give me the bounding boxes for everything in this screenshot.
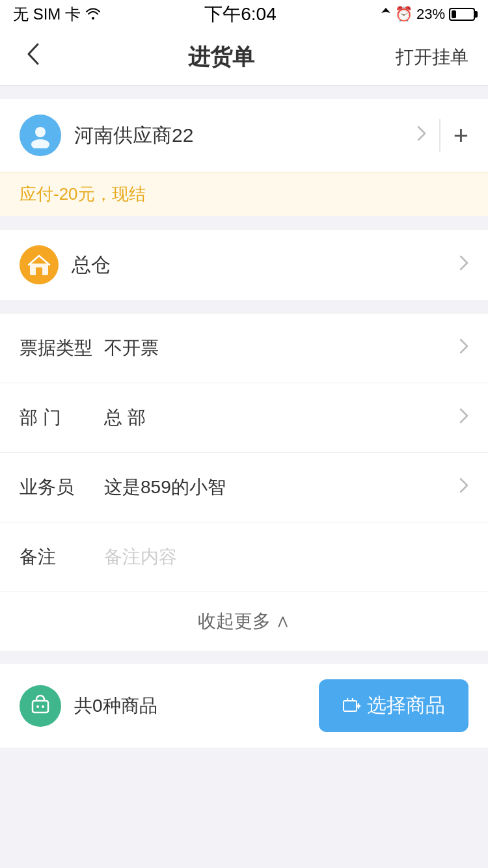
collapse-label: 收起更多 ∧ xyxy=(198,611,291,631)
notice-bar: 应付-20元，现结 xyxy=(0,172,488,216)
warehouse-row[interactable]: 总仓 xyxy=(0,229,488,300)
back-button[interactable] xyxy=(20,36,47,78)
salesperson-row[interactable]: 业务员 这是859的小智 xyxy=(0,452,488,522)
warehouse-chevron-icon xyxy=(459,254,468,275)
svg-point-1 xyxy=(31,139,49,148)
middle-divider-2 xyxy=(0,300,488,313)
invoice-type-chevron-icon xyxy=(459,338,468,359)
middle-divider-1 xyxy=(0,216,488,229)
svg-rect-7 xyxy=(344,701,357,711)
department-row[interactable]: 部 门 总 部 xyxy=(0,383,488,452)
gray-fill-area xyxy=(0,748,488,868)
invoice-type-row[interactable]: 票据类型 不开票 xyxy=(0,313,488,383)
svg-point-6 xyxy=(42,705,44,708)
department-label: 部 门 xyxy=(20,405,104,430)
status-bar: 无 SIM 卡 下午6:04 ⏰ 23% xyxy=(0,0,488,29)
status-carrier: 无 SIM 卡 xyxy=(13,4,100,25)
collapse-button[interactable]: 收起更多 ∧ xyxy=(0,591,488,651)
supplier-row[interactable]: 河南供应商22 + xyxy=(0,99,488,172)
svg-point-0 xyxy=(35,127,46,137)
supplier-divider xyxy=(439,119,441,152)
product-count: 共0种商品 xyxy=(74,694,306,718)
wifi-icon xyxy=(86,5,100,23)
nav-bar: 进货单 打开挂单 xyxy=(0,29,488,86)
cart-icon xyxy=(20,685,61,727)
remark-placeholder: 备注内容 xyxy=(104,545,468,569)
notice-text: 应付-20元，现结 xyxy=(20,184,146,204)
bottom-divider xyxy=(0,651,488,664)
page-title: 进货单 xyxy=(188,42,254,72)
department-value: 总 部 xyxy=(104,405,459,430)
svg-point-5 xyxy=(36,705,39,708)
select-product-label: 选择商品 xyxy=(367,692,445,719)
add-supplier-button[interactable]: + xyxy=(454,121,468,150)
battery-percent: 23% xyxy=(416,6,445,23)
svg-rect-4 xyxy=(33,701,48,712)
alarm-icon: ⏰ xyxy=(395,6,413,23)
status-time: 下午6:04 xyxy=(204,2,277,27)
carrier-text: 无 SIM 卡 xyxy=(13,4,81,25)
salesperson-chevron-icon xyxy=(459,477,468,498)
bottom-bar: 共0种商品 选择商品 xyxy=(0,664,488,748)
select-product-button[interactable]: 选择商品 xyxy=(319,679,468,732)
invoice-type-value: 不开票 xyxy=(104,336,459,360)
supplier-chevron-icon xyxy=(417,125,426,146)
open-pending-button[interactable]: 打开挂单 xyxy=(396,45,468,70)
warehouse-section: 总仓 xyxy=(0,229,488,300)
top-divider xyxy=(0,86,488,99)
form-section: 票据类型 不开票 部 门 总 部 业务员 这是859的小智 备注 备注内容 收起… xyxy=(0,313,488,651)
department-chevron-icon xyxy=(459,407,468,428)
salesperson-label: 业务员 xyxy=(20,475,104,500)
supplier-name: 河南供应商22 xyxy=(74,122,417,149)
remark-row[interactable]: 备注 备注内容 xyxy=(0,522,488,591)
supplier-avatar xyxy=(20,115,61,156)
svg-rect-3 xyxy=(36,267,42,275)
warehouse-name: 总仓 xyxy=(72,252,459,278)
salesperson-value: 这是859的小智 xyxy=(104,475,459,500)
warehouse-icon xyxy=(20,245,59,284)
supplier-section: 河南供应商22 + 应付-20元，现结 xyxy=(0,99,488,216)
location-icon xyxy=(381,6,391,23)
remark-label: 备注 xyxy=(20,545,104,569)
battery-icon xyxy=(449,8,475,21)
status-icons: ⏰ 23% xyxy=(381,6,475,23)
invoice-type-label: 票据类型 xyxy=(20,336,104,360)
